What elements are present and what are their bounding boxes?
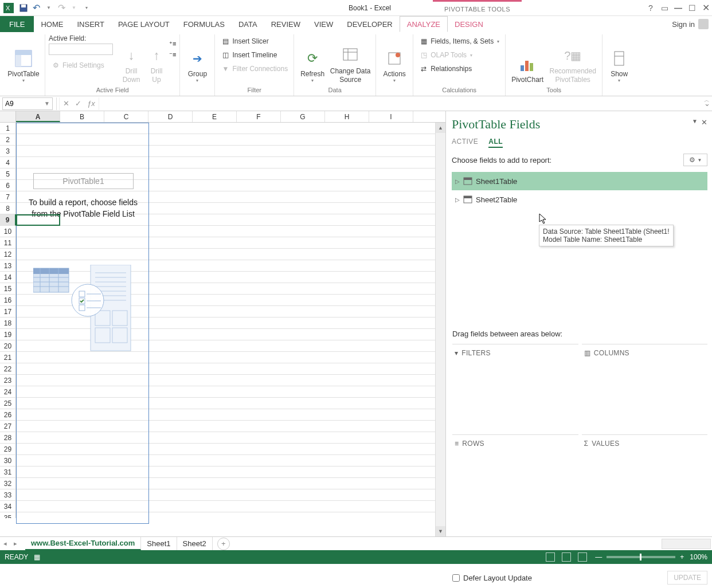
- insert-slicer-button[interactable]: ▤Insert Slicer: [218, 34, 290, 48]
- field-item-sheet1table[interactable]: ▷ Sheet1Table: [452, 172, 707, 190]
- row-header[interactable]: 34: [0, 501, 16, 512]
- tab-design[interactable]: DESIGN: [448, 16, 490, 32]
- row-header[interactable]: 22: [0, 363, 16, 375]
- area-columns[interactable]: ▥COLUMNS: [582, 344, 708, 431]
- expand-field-icon[interactable]: ⁺≡: [169, 40, 176, 48]
- sheet-tab-sheet2[interactable]: Sheet2: [177, 537, 213, 550]
- tab-page-layout[interactable]: PAGE LAYOUT: [111, 16, 177, 32]
- normal-view-icon[interactable]: [546, 552, 555, 562]
- collapse-ribbon-icon[interactable]: ︿: [704, 96, 710, 104]
- row[interactable]: 24: [0, 386, 445, 398]
- area-values[interactable]: ΣVALUES: [582, 434, 708, 522]
- col-header[interactable]: D: [148, 111, 193, 122]
- collapse-field-icon[interactable]: ⁻≡: [169, 51, 176, 58]
- cancel-entry-icon[interactable]: ✕: [63, 99, 69, 108]
- row[interactable]: 25: [0, 398, 445, 409]
- tab-formulas[interactable]: FORMULAS: [177, 16, 232, 32]
- row[interactable]: 29: [0, 444, 445, 455]
- tab-insert[interactable]: INSERT: [70, 16, 111, 32]
- redo-icon[interactable]: ↷: [57, 4, 65, 12]
- row-header[interactable]: 26: [0, 409, 16, 421]
- row[interactable]: 33: [0, 489, 445, 501]
- col-header[interactable]: H: [325, 111, 369, 122]
- row-header[interactable]: 5: [0, 168, 16, 180]
- row-header[interactable]: 20: [0, 340, 16, 352]
- row-header[interactable]: 10: [0, 226, 16, 237]
- scroll-down-icon[interactable]: ▼: [436, 526, 445, 536]
- row-header[interactable]: 28: [0, 432, 16, 444]
- zoom-slider[interactable]: [607, 556, 675, 558]
- fx-icon[interactable]: ƒx: [87, 99, 95, 108]
- relationships-button[interactable]: ⇄Relationships: [417, 62, 502, 76]
- horizontal-scrollbar[interactable]: [662, 539, 711, 549]
- row[interactable]: 11: [0, 237, 445, 249]
- redo-dropdown-icon[interactable]: ▼: [70, 4, 78, 12]
- panel-dropdown-icon[interactable]: ▼: [692, 118, 698, 127]
- filter-connections-button[interactable]: ▼Filter Connections: [218, 62, 290, 76]
- expand-icon[interactable]: ▷: [455, 197, 460, 203]
- group-button[interactable]: ➔ Group ▾: [183, 34, 211, 84]
- name-box[interactable]: A9 ▼: [2, 97, 53, 110]
- row[interactable]: 26: [0, 409, 445, 421]
- row-header[interactable]: 23: [0, 375, 16, 386]
- tab-all[interactable]: ALL: [488, 138, 503, 148]
- change-data-source-button[interactable]: Change Data Source: [328, 34, 372, 84]
- sheet-tab-sheet1[interactable]: Sheet1: [141, 537, 177, 550]
- fields-items-sets-button[interactable]: ▦Fields, Items, & Sets▾: [417, 34, 502, 48]
- zoom-level[interactable]: 100%: [690, 553, 707, 561]
- show-button[interactable]: Show ▾: [606, 34, 632, 84]
- field-item-sheet2table[interactable]: ▷ Sheet2Table: [452, 190, 707, 209]
- row-header[interactable]: 33: [0, 489, 16, 501]
- tab-home[interactable]: HOME: [34, 16, 70, 32]
- tab-analyze[interactable]: ANALYZE: [400, 16, 448, 32]
- row-header[interactable]: 11: [0, 237, 16, 249]
- formula-input[interactable]: [99, 97, 702, 110]
- area-rows[interactable]: ≡ROWS: [452, 434, 578, 522]
- row-header[interactable]: 17: [0, 306, 16, 317]
- row-header[interactable]: 25: [0, 398, 16, 409]
- save-icon[interactable]: [19, 4, 28, 12]
- tab-developer[interactable]: DEVELOPER: [340, 16, 399, 32]
- panel-close-icon[interactable]: ✕: [701, 118, 707, 127]
- row[interactable]: 31: [0, 467, 445, 478]
- row[interactable]: 3: [0, 146, 445, 157]
- col-header[interactable]: A: [16, 111, 60, 122]
- row-header[interactable]: 3: [0, 146, 16, 157]
- undo-dropdown-icon[interactable]: ▼: [45, 4, 53, 12]
- row-header[interactable]: 24: [0, 386, 16, 398]
- new-sheet-button[interactable]: +: [217, 538, 230, 550]
- row[interactable]: 27: [0, 421, 445, 432]
- col-header[interactable]: C: [104, 111, 148, 122]
- row[interactable]: 1: [0, 123, 445, 134]
- tab-scroll-next-icon[interactable]: ▸: [10, 540, 21, 547]
- tab-view[interactable]: VIEW: [307, 16, 340, 32]
- row-header[interactable]: 15: [0, 283, 16, 295]
- refresh-button[interactable]: ⟳ Refresh ▾: [298, 34, 327, 84]
- tab-file[interactable]: FILE: [0, 16, 34, 32]
- ribbon-display-icon[interactable]: ▭: [660, 4, 668, 12]
- row-header[interactable]: 30: [0, 455, 16, 467]
- olap-tools-button[interactable]: ◳OLAP Tools▾: [417, 48, 502, 62]
- drill-down-button[interactable]: ↓ Drill Down: [119, 34, 144, 84]
- row-header[interactable]: 8: [0, 203, 16, 214]
- col-header[interactable]: F: [237, 111, 281, 122]
- qat-customize-icon[interactable]: ▾: [83, 4, 91, 12]
- vertical-scrollbar[interactable]: ▲ ▼: [435, 123, 445, 536]
- row-header[interactable]: 21: [0, 352, 16, 363]
- page-layout-view-icon[interactable]: [562, 552, 571, 562]
- tab-scroll-first-icon[interactable]: ◂: [0, 540, 10, 547]
- row-header[interactable]: 32: [0, 478, 16, 489]
- drill-up-button[interactable]: ↑ Drill Up: [145, 34, 168, 84]
- row-header[interactable]: 12: [0, 249, 16, 260]
- maximize-icon[interactable]: ☐: [688, 4, 696, 12]
- zoom-out-icon[interactable]: —: [595, 553, 602, 561]
- pivotchart-button[interactable]: PivotChart: [509, 34, 546, 84]
- row-header[interactable]: 14: [0, 272, 16, 283]
- row[interactable]: 10: [0, 226, 445, 237]
- row-header[interactable]: 2: [0, 134, 16, 146]
- row[interactable]: 34: [0, 501, 445, 512]
- row[interactable]: 35: [0, 512, 445, 518]
- page-break-view-icon[interactable]: [578, 552, 587, 562]
- tools-dropdown-button[interactable]: ⚙▼: [683, 154, 707, 166]
- row[interactable]: 23: [0, 375, 445, 386]
